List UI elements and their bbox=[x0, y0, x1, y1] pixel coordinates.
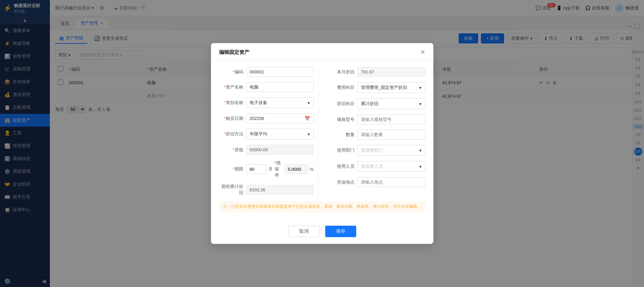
residual-label: *残值率 bbox=[275, 160, 282, 178]
accum-deprec-input bbox=[246, 185, 314, 195]
modal-title: 编辑固定资产 bbox=[219, 49, 249, 56]
form-row-category: *类别名称 电子设备 ▾ bbox=[219, 97, 314, 108]
deprec-method-select[interactable]: 年限平均 ▾ bbox=[246, 129, 314, 139]
modal-left-col: *编码 *资产名称 *类别名称 电子设备 ▾ bbox=[219, 67, 318, 201]
purchase-date-label: *购买日期 bbox=[219, 116, 246, 122]
form-row-original-value: *原值 bbox=[219, 145, 314, 155]
spec-model-label: 规格型号 bbox=[330, 117, 357, 123]
person-label: 使用人员 bbox=[330, 163, 357, 169]
form-row-location: 存放地点 bbox=[330, 177, 425, 187]
original-value-label: *原值 bbox=[219, 147, 246, 153]
deprec-account-label: 折旧科目 bbox=[330, 101, 357, 107]
period-inline: 月 *残值率 % bbox=[246, 160, 314, 178]
monthly-deprec-value: 791.67 bbox=[357, 67, 425, 77]
dept-dropdown-icon: ▾ bbox=[419, 148, 422, 153]
code-input[interactable] bbox=[246, 67, 314, 77]
monthly-deprec-label: 本月折旧 bbox=[330, 69, 357, 75]
expense-account-label: 费用科目 bbox=[330, 85, 357, 91]
quantity-label: 数量 bbox=[330, 132, 357, 138]
form-row-monthly-deprec: 本月折旧 791.67 bbox=[330, 67, 425, 77]
form-row-person: 使用人员 请选择人员 ▾ bbox=[330, 161, 425, 172]
form-row-code: *编码 bbox=[219, 67, 314, 77]
deprec-method-dropdown-icon: ▾ bbox=[308, 132, 310, 137]
period-unit: 月 bbox=[268, 166, 273, 172]
asset-name-label: *资产名称 bbox=[219, 84, 246, 90]
dept-select[interactable]: 请选择部门 ▾ bbox=[357, 145, 425, 156]
form-row-accum-deprec: 期初累计折旧 bbox=[219, 184, 314, 196]
form-row-expense-account: 费用科目 管理费用_固定资产折旧 ▾ bbox=[330, 82, 425, 93]
location-label: 存放地点 bbox=[330, 179, 357, 185]
dept-label: 使用部门 bbox=[330, 147, 357, 153]
form-row-deprec-method: *折旧方法 年限平均 ▾ bbox=[219, 129, 314, 139]
save-button[interactable]: 保存 bbox=[325, 226, 356, 237]
modal-header: 编辑固定资产 ✕ bbox=[211, 43, 433, 60]
location-input[interactable] bbox=[357, 177, 425, 187]
original-value-input bbox=[246, 145, 314, 155]
form-row-deprec-account: 折旧科目 累计折旧 ▾ bbox=[330, 98, 425, 109]
form-row-dept: 使用部门 请选择部门 ▾ bbox=[330, 145, 425, 156]
category-dropdown-icon: ▾ bbox=[308, 100, 310, 105]
person-select[interactable]: 请选择人员 ▾ bbox=[357, 161, 425, 172]
period-input[interactable] bbox=[246, 164, 266, 174]
deprec-method-label: *折旧方法 bbox=[219, 131, 246, 137]
form-row-spec-model: 规格型号 bbox=[330, 115, 425, 124]
asset-name-input[interactable] bbox=[246, 82, 314, 92]
modal-footer: 取消 保存 bbox=[211, 222, 433, 244]
quantity-input[interactable] bbox=[357, 130, 425, 139]
purchase-date-input[interactable]: 202206 📅 bbox=[246, 114, 314, 123]
modal-right-col: 本月折旧 791.67 费用科目 管理费用_固定资产折旧 ▾ 折旧科目 累计折旧… bbox=[326, 67, 425, 201]
person-dropdown-icon: ▾ bbox=[419, 164, 422, 169]
residual-unit: % bbox=[310, 167, 314, 172]
deprec-account-select[interactable]: 累计折旧 ▾ bbox=[357, 98, 425, 109]
calendar-icon: 📅 bbox=[305, 116, 310, 121]
residual-input bbox=[284, 164, 308, 174]
expense-account-select[interactable]: 管理费用_固定资产折旧 ▾ bbox=[357, 82, 425, 93]
modal-overlay: 编辑固定资产 ✕ *编码 *资产名称 bbox=[0, 0, 644, 287]
code-label: *编码 bbox=[219, 69, 246, 75]
edit-asset-modal: 编辑固定资产 ✕ *编码 *资产名称 bbox=[211, 43, 433, 244]
modal-note: 注：已经存在变更记录或者对应固定资产已经生成凭证，原值、购买日期、残值率、累计折… bbox=[219, 201, 425, 212]
modal-body: *编码 *资产名称 *类别名称 电子设备 ▾ bbox=[211, 60, 433, 222]
spec-model-input[interactable] bbox=[357, 115, 425, 124]
period-label: *期限 bbox=[219, 166, 246, 172]
form-row-purchase-date: *购买日期 202206 📅 bbox=[219, 114, 314, 123]
modal-close-icon[interactable]: ✕ bbox=[420, 49, 425, 56]
form-row-period: *期限 月 *残值率 % bbox=[219, 160, 314, 178]
accum-deprec-label: 期初累计折旧 bbox=[219, 184, 246, 196]
expense-account-dropdown-icon: ▾ bbox=[419, 85, 422, 90]
deprec-account-dropdown-icon: ▾ bbox=[419, 101, 422, 106]
form-row-quantity: 数量 bbox=[330, 130, 425, 139]
category-label: *类别名称 bbox=[219, 100, 246, 106]
form-row-asset-name: *资产名称 bbox=[219, 82, 314, 92]
cancel-button[interactable]: 取消 bbox=[288, 226, 320, 237]
category-select[interactable]: 电子设备 ▾ bbox=[246, 97, 314, 108]
